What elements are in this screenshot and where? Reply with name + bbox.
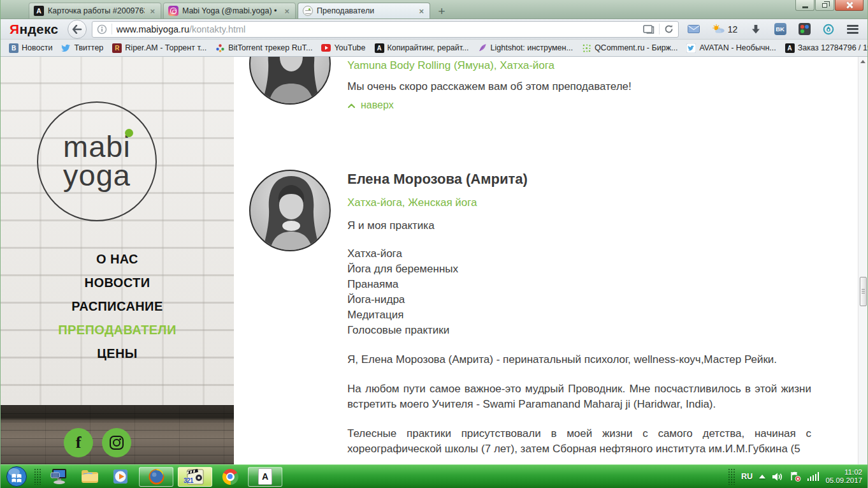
advego-favicon-icon: A xyxy=(34,6,44,16)
instagram-icon xyxy=(109,435,124,450)
logo-text: mabi yoga xyxy=(63,133,131,189)
close-button[interactable] xyxy=(835,0,864,11)
portrait-silhouette-icon xyxy=(250,57,331,105)
language-indicator[interactable]: RU xyxy=(741,472,753,481)
nav-news[interactable]: НОВОСТИ xyxy=(85,276,150,290)
practice-item: Йога для беременных xyxy=(347,262,811,277)
start-button[interactable] xyxy=(4,466,29,487)
tab-instagram[interactable]: Mabi Yoga (@mabi.yoga) • Ф × xyxy=(163,3,296,18)
bookmarks-bar: ВНовости Твиттер RRiper.AM - Торрент т..… xyxy=(1,40,867,57)
teacher-photo xyxy=(249,57,331,105)
mpc-taskbar-button[interactable]: 321 xyxy=(178,467,212,487)
back-button[interactable] xyxy=(68,20,87,39)
bookmark-avatan[interactable]: AVATAN - Необычн... xyxy=(682,41,780,55)
address-bar[interactable]: www.mabiyoga.ru/kontakty.html xyxy=(92,21,679,38)
remote-desktop-button[interactable] xyxy=(45,467,72,487)
teacher-note: Мы очень скоро расскажем вам об этом пре… xyxy=(347,79,811,94)
chrome-taskbar-button[interactable] xyxy=(217,467,243,487)
back-to-top-link[interactable]: наверх xyxy=(347,100,811,111)
yandex-disk-icon xyxy=(823,24,834,35)
tab-title: Mabi Yoga (@mabi.yoga) • Ф xyxy=(182,6,279,15)
scroll-up-button[interactable] xyxy=(858,57,867,66)
teacher-bio: Yamuna Body Rolling (Ямуна), Хатха-йога … xyxy=(347,57,811,111)
instagram-button[interactable] xyxy=(102,428,131,457)
youtube-icon xyxy=(321,44,331,52)
firefox-taskbar-button[interactable] xyxy=(139,467,173,487)
tab-close-icon[interactable]: × xyxy=(417,6,425,16)
folder-icon xyxy=(80,469,99,484)
network-signal-icon[interactable] xyxy=(807,472,820,481)
tab-close-icon[interactable]: × xyxy=(283,6,291,16)
action-center-flag-icon[interactable] xyxy=(790,471,801,482)
close-icon xyxy=(846,2,853,8)
advego-taskbar-button[interactable]: A xyxy=(248,467,282,487)
explorer-button[interactable] xyxy=(76,467,103,487)
yandex-disk-button[interactable] xyxy=(819,20,838,38)
windows-taskbar: 321 A RU 11:02 05.09.2017 xyxy=(1,464,867,488)
facebook-button[interactable]: f xyxy=(64,428,93,457)
bookmark-qcomment[interactable]: QComment.ru - Бирж... xyxy=(577,41,683,55)
media-player-button[interactable] xyxy=(108,467,134,487)
qcomment-icon xyxy=(582,43,591,53)
bookmark-rutracker[interactable]: BitTorrent трекер RuT... xyxy=(211,41,317,55)
volume-icon[interactable] xyxy=(772,472,783,482)
nav-teachers-active[interactable]: ПРЕПОДАВАТЕЛИ xyxy=(58,323,176,337)
taskbar-separator xyxy=(34,468,41,485)
nav-about[interactable]: О НАС xyxy=(96,252,138,267)
site-info-icon[interactable] xyxy=(97,24,107,34)
downloads-button[interactable] xyxy=(746,20,765,38)
bookmark-lightshot[interactable]: Lightshot: инструмен... xyxy=(474,41,577,55)
teacher-specialties[interactable]: Хатха-йога, Женская йога xyxy=(347,195,811,211)
tab-close-icon[interactable]: × xyxy=(148,6,156,16)
mail-button[interactable] xyxy=(684,20,703,38)
tray-separator xyxy=(728,468,735,485)
bookmark-news[interactable]: ВНовости xyxy=(4,41,57,55)
teacher-specialties[interactable]: Yamuna Body Rolling (Ямуна), Хатха-йога xyxy=(347,58,811,73)
mabi-yoga-logo[interactable]: mabi yoga xyxy=(37,101,157,221)
vk-extension-button[interactable]: BK xyxy=(770,20,790,38)
tab-advego-order[interactable]: A Карточка работы #20097636 × xyxy=(29,3,161,18)
practice-item: Йога-нидра xyxy=(347,292,811,307)
minimize-icon xyxy=(802,6,808,8)
bookmark-advego[interactable]: AКопирайтинг, рерайт... xyxy=(370,41,474,55)
facebook-icon: f xyxy=(76,433,82,452)
menu-button[interactable] xyxy=(843,20,862,38)
logo-green-dot-icon xyxy=(125,129,133,137)
download-arrow-icon xyxy=(751,24,761,34)
teacher-card-partial: Yamuna Body Rolling (Ямуна), Хатха-йога … xyxy=(234,57,858,111)
bookmark-label: Твиттер xyxy=(74,43,103,52)
nav-prices[interactable]: ЦЕНЫ xyxy=(97,346,138,361)
tab-teachers-active[interactable]: Преподаватели × xyxy=(298,3,430,18)
lightshot-feather-icon xyxy=(478,43,487,52)
restore-button[interactable] xyxy=(815,0,834,11)
nav-schedule[interactable]: РАСПИСАНИЕ xyxy=(71,299,163,314)
reader-mode-icon[interactable] xyxy=(643,25,655,34)
minimize-button[interactable] xyxy=(795,0,814,11)
bio-paragraph: На любом пути самое важное-это мудрый Пр… xyxy=(347,381,811,412)
vk-icon: BK xyxy=(774,23,786,35)
new-tab-button[interactable]: + xyxy=(432,4,451,18)
scroll-up-arrow-icon xyxy=(860,60,865,63)
bio-paragraph: Я, Елена Морозова (Амрита) - перинатальн… xyxy=(347,352,811,367)
firefox-icon xyxy=(148,468,165,485)
bookmark-riper[interactable]: RRiper.AM - Торрент т... xyxy=(108,41,211,55)
bookmark-twitter[interactable]: Твиттер xyxy=(57,41,108,55)
url-host: www.mabiyoga.ru xyxy=(117,24,189,34)
scrollbar-thumb[interactable] xyxy=(860,277,867,306)
computer-icon xyxy=(50,468,68,485)
taskbar-clock[interactable]: 11:02 05.09.2017 xyxy=(825,468,862,485)
teacher-name: Елена Морозова (Амрита) xyxy=(347,171,811,188)
hamburger-icon xyxy=(847,25,858,34)
show-hidden-icons-button[interactable] xyxy=(759,475,765,478)
yandex-logo[interactable]: Яндекс xyxy=(6,22,62,37)
vertical-scrollbar[interactable] xyxy=(858,57,867,464)
reload-icon[interactable] xyxy=(664,24,674,34)
mpc-321-label: 321 xyxy=(184,477,193,484)
url-text[interactable]: www.mabiyoga.ru/kontakty.html xyxy=(117,24,639,34)
bookmark-label: Заказ 12784796 / 190.... xyxy=(798,43,868,52)
colorzilla-extension-button[interactable] xyxy=(795,20,814,38)
weather-widget[interactable]: 12 xyxy=(708,20,741,38)
bookmark-advego-order[interactable]: AЗаказ 12784796 / 190.... xyxy=(781,41,868,55)
url-path: /kontakty.html xyxy=(189,24,245,34)
bookmark-youtube[interactable]: YouTube xyxy=(317,41,370,55)
